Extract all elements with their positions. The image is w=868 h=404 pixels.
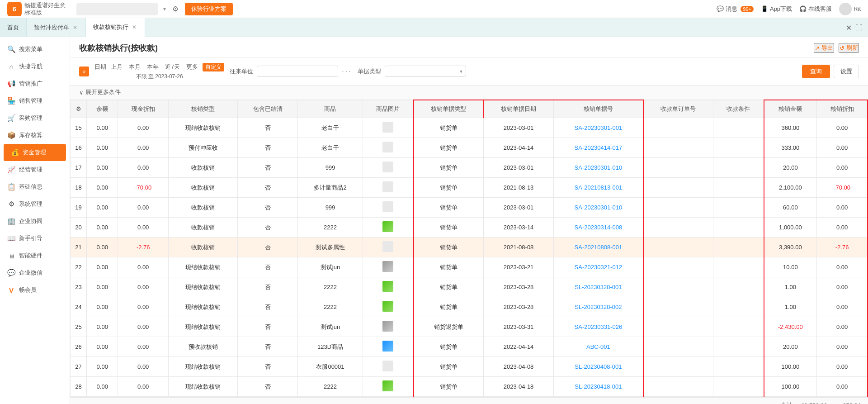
th-writeoff-amount: 核销金额 (764, 100, 817, 118)
cell-writeoff-amount: 100.00 (764, 357, 817, 377)
sidebar-item-guide[interactable]: 📖 新手引导 (0, 230, 70, 247)
marketing-icon: 📢 (7, 80, 15, 88)
cell-include-settled: 否 (238, 138, 297, 158)
tab-collect-close[interactable]: ✕ (131, 24, 137, 30)
writeoff-number-link[interactable]: SA-20230414-017 (575, 144, 623, 151)
tab-close-all-icon[interactable]: ✕ (846, 24, 852, 32)
cell-writeoff-doc-type: 销货单 (414, 138, 484, 158)
from-unit-input[interactable] (257, 66, 338, 77)
tab-home[interactable]: 首页 (0, 18, 27, 37)
cell-goods-image (363, 158, 414, 178)
writeoff-number-link[interactable]: SL-20230328-001 (575, 284, 622, 290)
cell-writeoff-discount: 0.00 (817, 218, 868, 238)
cell-receipt-order-no (643, 257, 713, 277)
sidebar-item-operations[interactable]: 📈 经营管理 (0, 161, 70, 178)
cell-id: 18 (71, 178, 87, 198)
filter-actions: 查询 设置 (802, 65, 859, 78)
refresh-label: 刷新 (846, 44, 858, 52)
writeoff-number-link[interactable]: SA-20230301-010 (575, 164, 623, 171)
app-download-item[interactable]: 📱 App下载 (761, 5, 792, 13)
sidebar-item-basic[interactable]: 📋 基础信息 (0, 178, 70, 195)
writeoff-number-link[interactable]: SA-20230301-001 (575, 124, 623, 131)
industry-button[interactable]: 休验行业方案 (185, 3, 233, 15)
sidebar-item-purchase[interactable]: 🛒 采购管理 (0, 109, 70, 127)
finance-icon: 💰 (11, 148, 19, 157)
settings-icon[interactable]: ⚙ (171, 5, 179, 13)
app-download-label: App下载 (770, 5, 792, 13)
sidebar-item-hardware[interactable]: 🖥 智能硬件 (0, 247, 70, 264)
date-7days[interactable]: 近7天 (163, 62, 182, 72)
sidebar-item-enterprise[interactable]: 🏢 企业协同 (0, 213, 70, 230)
sidebar-item-wechat[interactable]: 💬 企业微信 (0, 264, 70, 281)
online-service-item[interactable]: 🎧 在线客服 (799, 5, 832, 13)
sidebar-item-hardware-label: 智能硬件 (19, 252, 42, 260)
expand-filter-button[interactable]: » (79, 67, 89, 76)
receipt-type-label: 单据类型 (358, 67, 381, 76)
sidebar-item-search[interactable]: 🔍 搜索菜单 (0, 41, 70, 58)
cell-include-settled: 否 (238, 238, 297, 257)
writeoff-number-link[interactable]: SA-20230301-010 (575, 204, 623, 211)
date-prev-month[interactable]: 上月 (109, 62, 124, 72)
sidebar-item-sales[interactable]: 🏪 销售管理 (0, 92, 70, 109)
cell-receipt-condition (713, 178, 764, 198)
refresh-icon: ↺ (840, 45, 844, 52)
date-this-year[interactable]: 本年 (145, 62, 160, 72)
cell-goods-image (363, 257, 414, 277)
username-label: Rit (854, 5, 861, 12)
filter-settings-button[interactable]: 设置 (834, 65, 859, 78)
account-dropdown-arrow[interactable]: ▾ (163, 6, 166, 12)
tab-collect[interactable]: 收款核销执行 ✕ (86, 18, 145, 37)
sidebar-item-system[interactable]: ⚙ 系统管理 (0, 195, 70, 213)
cell-writeoff-type: 预付冲应收 (168, 138, 237, 158)
sidebar-item-marketing[interactable]: 📢 营销推广 (0, 75, 70, 92)
writeoff-number-link[interactable]: SA-20210808-001 (575, 244, 623, 251)
query-button[interactable]: 查询 (802, 65, 830, 78)
tab-prepay-close[interactable]: ✕ (72, 24, 78, 31)
messages-item[interactable]: 💬 消息 99+ (717, 5, 754, 13)
sidebar-item-inventory[interactable]: 📦 库存核算 (0, 127, 70, 144)
cell-id: 15 (71, 118, 87, 138)
from-unit-dots[interactable]: ··· (342, 67, 352, 76)
cell-writeoff-date: 2023-04-18 (484, 377, 553, 397)
tab-prepay[interactable]: 预付冲应付单 ✕ (27, 18, 86, 37)
export-button[interactable]: ↗ 导出 (814, 43, 834, 53)
writeoff-number-link[interactable]: ABC-001 (586, 343, 610, 350)
cell-receipt-order-no (643, 377, 713, 397)
online-service-label: 在线客服 (808, 5, 832, 13)
avatar (839, 3, 852, 15)
sidebar-item-finance[interactable]: 💰 资金管理 (4, 144, 66, 161)
refresh-button[interactable]: ↺ 刷新 (839, 43, 859, 53)
sidebar-item-member[interactable]: V 畅会员 (0, 281, 70, 299)
cell-receipt-condition (713, 277, 764, 297)
cell-writeoff-doc-type: 销货单 (414, 297, 484, 317)
account-selector[interactable] (76, 3, 158, 15)
writeoff-number-link[interactable]: SA-20230331-026 (575, 323, 623, 330)
cell-include-settled: 否 (238, 357, 297, 377)
sidebar-item-quicknav[interactable]: ⌂ 快捷导航 (0, 58, 70, 75)
date-custom[interactable]: 自定义 (203, 63, 224, 71)
th-settings[interactable]: ⚙ (71, 100, 87, 118)
date-more[interactable]: 更多 (184, 62, 200, 72)
cell-include-settled: 否 (238, 337, 297, 357)
username-area[interactable]: Rit (839, 3, 861, 15)
writeoff-number-link[interactable]: SL-20230328-002 (575, 304, 622, 310)
tab-fullscreen-icon[interactable]: ⛶ (855, 24, 863, 32)
cell-goods-image (363, 297, 414, 317)
cell-writeoff-number: SA-20210808-001 (553, 238, 643, 257)
cell-goods-image (363, 198, 414, 218)
cell-receipt-order-no (643, 337, 713, 357)
writeoff-number-link[interactable]: SA-20230321-012 (575, 264, 623, 271)
cell-writeoff-number: SA-20230414-017 (553, 138, 643, 158)
expand-more-button[interactable]: ∨ 展开更多条件 (79, 88, 859, 96)
writeoff-number-link[interactable]: SA-20210813-001 (575, 184, 623, 191)
cell-writeoff-type: 现结收款核销 (168, 297, 237, 317)
cell-writeoff-discount: 0.00 (817, 317, 868, 337)
data-table: ⚙ 余额 现金折扣 核销类型 包含已结清 商品 商品图片 核销单据类型 核销单据… (70, 100, 868, 397)
cell-writeoff-discount: 0.00 (817, 118, 868, 138)
date-this-month[interactable]: 本月 (127, 62, 142, 72)
table-row: 24 0.00 0.00 现结收款核销 否 2222 销货单 2023-03-2… (71, 297, 868, 317)
writeoff-number-link[interactable]: SA-20230314-008 (575, 224, 623, 231)
receipt-type-select[interactable] (385, 66, 466, 77)
writeoff-number-link[interactable]: SL-20230408-001 (575, 363, 622, 370)
writeoff-number-link[interactable]: SL-20230418-001 (575, 383, 622, 390)
